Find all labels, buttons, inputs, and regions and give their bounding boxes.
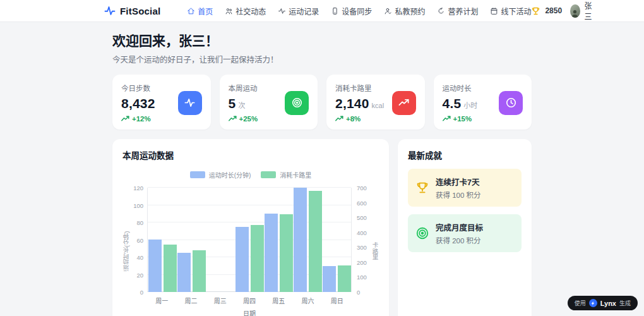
stat-unit: kcal — [372, 102, 385, 109]
stat-card-steps[interactable]: 今日步数 8,432 +12% — [112, 75, 211, 130]
chart-title: 本周运动数据 — [122, 149, 379, 161]
nav-label: 私教预约 — [395, 6, 425, 16]
nav-item-coach[interactable]: 私教预约 — [384, 6, 425, 16]
main-row: 本周运动数据 运动时长(分钟)消耗卡路里 运动时长(分钟) 0204060801… — [112, 139, 532, 316]
bar-group — [177, 250, 206, 292]
y-axis-right: 0100200300400500600700 — [352, 188, 371, 292]
nav-label: 线下活动 — [501, 6, 531, 16]
nav-item-workouts[interactable]: 运动记录 — [278, 6, 319, 16]
stat-value: 2,140 — [335, 96, 369, 111]
x-tick-label: 周四 — [235, 296, 264, 305]
bar-chart: 运动时长(分钟) 020406080100120 周一周二周三周四周五周六周日 … — [122, 185, 379, 316]
home-icon — [187, 7, 195, 15]
bar — [280, 214, 293, 292]
generator-badge[interactable]: 使用 Lynx 生成 — [568, 296, 638, 310]
stat-unit: 小时 — [463, 100, 477, 110]
nutrition-icon — [437, 7, 445, 15]
legend-swatch — [261, 171, 276, 178]
legend-swatch — [190, 171, 205, 178]
y-tick-label: 700 — [357, 185, 367, 191]
bar-group — [148, 240, 177, 292]
bar-group — [293, 188, 322, 292]
achievement-item-monthly-goal[interactable]: 完成月度目标 获得 200 积分 — [408, 214, 522, 252]
y-axis-title-left: 运动时长(分钟) — [122, 185, 131, 316]
stat-card-duration[interactable]: 运动时长 4.5 小时 +15% — [434, 75, 532, 130]
main-nav: 首页 社交动态 运动记录 设备同步 私教预约 营养计划 — [187, 6, 531, 16]
nav-label: 首页 — [198, 6, 213, 16]
y-tick-label: 100 — [357, 274, 367, 281]
achievement-subtitle: 获得 200 积分 — [436, 235, 483, 245]
nav-item-device-sync[interactable]: 设备同步 — [331, 6, 372, 16]
coach-icon — [384, 7, 392, 15]
nav-item-home[interactable]: 首页 — [187, 6, 213, 16]
bar — [148, 240, 162, 292]
nav-item-events[interactable]: 线下活动 — [490, 6, 531, 16]
y-tick-label: 0 — [140, 289, 143, 296]
y-tick-label: 0 — [357, 289, 360, 296]
legend-item: 消耗卡路里 — [261, 170, 311, 179]
nav-item-social[interactable]: 社交动态 — [225, 6, 266, 16]
y-tick-label: 200 — [357, 258, 367, 265]
page-content: 欢迎回来，张三！ 今天是个运动的好日子，让我们一起保持活力！ 今日步数 8,43… — [112, 22, 532, 316]
trophy-icon — [415, 181, 429, 195]
y-tick-label: 100 — [133, 202, 143, 209]
user-name[interactable]: 张三 — [585, 0, 596, 21]
hero-section: 欢迎回来，张三！ 今天是个运动的好日子，让我们一起保持活力！ — [112, 30, 532, 65]
user-area: 2850 张三 — [531, 0, 595, 21]
stat-value: 8,432 — [121, 96, 155, 111]
brand-name: FitSocial — [120, 6, 160, 16]
stats-row: 今日步数 8,432 +12% 本周运动 5 次 — [112, 75, 532, 130]
y-tick-label: 80 — [136, 219, 143, 226]
stat-trend: +15% — [443, 115, 478, 123]
badge-brand: Lynx — [600, 300, 616, 307]
bar — [193, 250, 206, 292]
x-tick-label: 周六 — [293, 296, 322, 305]
x-tick-label: 周五 — [264, 296, 293, 305]
nav-label: 运动记录 — [289, 6, 319, 16]
bar — [251, 225, 264, 292]
stat-trend: +12% — [121, 115, 158, 123]
bar — [265, 214, 278, 292]
device-icon — [331, 7, 339, 15]
points-count: 2850 — [545, 6, 562, 15]
achievements-title: 最新成就 — [408, 149, 522, 161]
y-tick-label: 40 — [136, 254, 143, 261]
brand-logo[interactable]: FitSocial — [104, 5, 160, 16]
avatar[interactable] — [570, 4, 580, 18]
plot-area — [147, 188, 352, 292]
x-tick-label: 周三 — [206, 296, 235, 305]
trend-up-icon — [335, 116, 343, 122]
achievement-item-streak[interactable]: 连续打卡7天 获得 100 积分 — [408, 169, 522, 207]
stat-card-calories[interactable]: 消耗卡路里 2,140 kcal +8% — [326, 75, 425, 130]
nav-label: 设备同步 — [342, 6, 372, 16]
nav-label: 社交动态 — [236, 6, 266, 16]
stat-unit: 次 — [238, 100, 245, 110]
users-icon — [225, 7, 233, 15]
chart-legend: 运动时长(分钟)消耗卡路里 — [122, 170, 379, 179]
y-tick-label: 600 — [357, 199, 367, 206]
nav-item-nutrition[interactable]: 营养计划 — [437, 6, 478, 16]
bar — [323, 266, 336, 292]
trend-up-icon — [121, 116, 129, 122]
stat-label: 今日步数 — [121, 83, 158, 93]
trend-up-icon — [229, 116, 237, 122]
achievement-subtitle: 获得 100 积分 — [436, 190, 481, 200]
stat-card-workouts[interactable]: 本周运动 5 次 +25% — [220, 75, 318, 130]
pulse-logo-icon — [104, 5, 116, 16]
stat-trend: +25% — [229, 115, 258, 123]
y-tick-label: 500 — [357, 214, 367, 221]
stat-trend: +8% — [335, 115, 384, 123]
weekly-chart-card: 本周运动数据 运动时长(分钟)消耗卡路里 运动时长(分钟) 0204060801… — [112, 139, 389, 316]
x-axis-title: 日期 — [147, 308, 352, 316]
calendar-icon — [490, 7, 498, 15]
top-navbar: FitSocial 首页 社交动态 运动记录 设备同步 私教预约 — [0, 0, 644, 22]
target-icon — [285, 91, 309, 115]
achievement-title: 连续打卡7天 — [436, 176, 481, 188]
target-icon — [415, 226, 429, 240]
stat-value: 5 — [229, 96, 236, 111]
bar-group — [322, 265, 351, 292]
y-tick-label: 20 — [136, 271, 143, 278]
bar — [164, 245, 177, 292]
activity-icon — [278, 7, 286, 15]
legend-label: 消耗卡路里 — [280, 170, 311, 179]
